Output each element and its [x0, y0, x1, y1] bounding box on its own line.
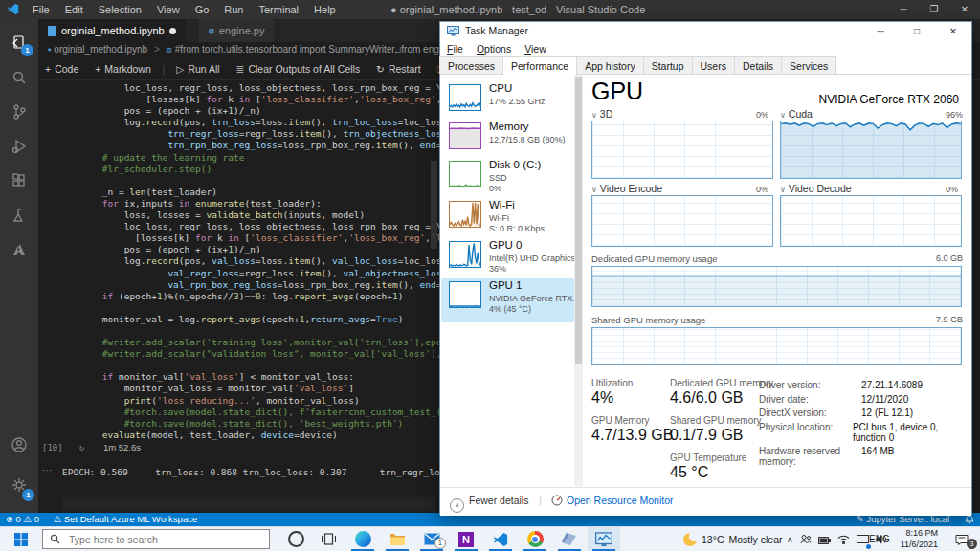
tm-tab-processes[interactable]: Processes [439, 56, 503, 74]
teams-icon[interactable] [800, 531, 812, 548]
tm-menu-options[interactable]: Options [470, 41, 518, 56]
taskbar-chrome-icon[interactable] [519, 527, 551, 551]
task-view-icon[interactable] [312, 527, 345, 551]
output-overflow-ellipsis[interactable]: ··· [42, 465, 52, 475]
taskbar-task-manager-icon[interactable] [588, 527, 620, 551]
search-icon[interactable] [0, 61, 38, 94]
tm-tab-details[interactable]: Details [734, 56, 782, 74]
taskbar-onenote-icon[interactable]: N [450, 527, 482, 551]
problems-indicator[interactable]: ⊗ 0 ⚠ 0 [0, 513, 45, 526]
tm-tab-startup[interactable]: Startup [643, 56, 693, 74]
tm-sidebar-item-subtitle: Wi-FiS: 0 R: 0 Kbps [489, 213, 545, 233]
settings-gear-icon[interactable]: 1 [0, 469, 38, 501]
tm-sidebar-item-cpu[interactable]: CPU17% 2.55 GHz [441, 81, 574, 120]
tm-performance-sidebar: CPU17% 2.55 GHzMemory12.7/15.8 GB (80%)D… [441, 75, 574, 486]
next-cell-partial[interactable] [62, 497, 435, 511]
battery-icon[interactable] [818, 531, 831, 548]
start-button[interactable] [0, 527, 42, 551]
language-indicator[interactable]: ENG [869, 527, 890, 551]
add-markdown-button[interactable]: +Markdown [88, 57, 158, 80]
taskbar-weather[interactable]: 13°C Mostly clear [683, 527, 782, 551]
chart-video-encode-label[interactable]: ∨Video Encode [591, 183, 662, 194]
tm-sidebar-scrollbar[interactable] [574, 75, 583, 486]
extensions-icon[interactable] [0, 165, 38, 197]
code-line: if (epoch+1)%(n_epochs//3)==0: log.repor… [58, 291, 480, 302]
chart-video-decode-label[interactable]: ∨Video Decode [780, 183, 852, 194]
azure-workspace-item[interactable]: ⚠ Set Default Azure ML Workspace [48, 513, 204, 526]
tm-tab-app-history[interactable]: App history [576, 56, 644, 74]
taskbar-edge-icon[interactable] [346, 527, 379, 551]
gpu-stat: Utilization4% [591, 378, 673, 407]
breadcrumb-file[interactable]: orginial_method.ipynb [54, 44, 147, 55]
menu-edit[interactable]: Edit [57, 0, 91, 19]
tm-menu-file[interactable]: File [440, 41, 470, 56]
cortana-icon[interactable] [279, 527, 312, 551]
tm-maximize-button[interactable]: □ [899, 22, 935, 41]
taskbar-clock[interactable]: 8:16 PM 11/6/2021 [892, 528, 938, 550]
menu-selection[interactable]: Selection [91, 0, 149, 19]
gpu-stat-label: Utilization [591, 378, 673, 388]
restart-button[interactable]: ↻Restart [369, 57, 428, 80]
vscode-close-button[interactable]: ✕ [949, 0, 980, 19]
vscode-restore-button[interactable]: ❐ [919, 0, 949, 19]
notification-center-button[interactable]: 3 [946, 527, 978, 551]
tm-close-button[interactable]: ✕ [935, 22, 971, 41]
tab-engine[interactable]: ⧇ engine.py [199, 19, 274, 42]
tm-menu-view[interactable]: View [518, 41, 553, 56]
screen: FileEditSelectionViewGoRunTerminalHelp ●… [0, 0, 980, 551]
editor-scrollbar[interactable] [431, 161, 437, 249]
display-cast-icon[interactable] [857, 531, 869, 548]
account-icon[interactable] [0, 429, 38, 461]
memory-mini-chart [449, 122, 481, 149]
moon-icon [683, 533, 697, 546]
search-input[interactable] [67, 533, 243, 546]
tm-titlebar[interactable]: Task Manager ─ □ ✕ [440, 22, 971, 41]
taskbar-explorer-icon[interactable] [381, 527, 413, 551]
code-line [58, 325, 480, 337]
wifi-icon[interactable] [837, 531, 850, 548]
menu-run[interactable]: Run [216, 0, 251, 19]
tm-sidebar-item-gpu0[interactable]: GPU 0Intel(R) UHD Graphics36% [441, 238, 574, 276]
menu-terminal[interactable]: Terminal [252, 0, 307, 19]
tm-tab-performance[interactable]: Performance [502, 56, 577, 75]
run-all-button[interactable]: ▷Run All [169, 57, 226, 80]
execution-status-icon: ↻ [79, 443, 84, 452]
taskbar-vscode-icon[interactable] [484, 527, 517, 551]
breadcrumb-python-icon: ⧇ [167, 44, 172, 55]
add-code-button[interactable]: +Code [38, 57, 85, 80]
chart-cuda-label[interactable]: ∨Cuda [780, 108, 813, 120]
menu-file[interactable]: File [25, 0, 57, 19]
cell-execution-info: [10] ↻ 1m 52.6s [42, 442, 141, 452]
taskbar-notes-icon[interactable] [553, 527, 586, 551]
menu-go[interactable]: Go [188, 0, 217, 19]
source-control-icon[interactable] [0, 96, 38, 128]
tm-sidebar-item-disk0[interactable]: Disk 0 (C:)SSD0% [441, 158, 574, 196]
testing-icon[interactable] [0, 199, 38, 231]
open-resource-monitor-link[interactable]: Open Resource Monitor [551, 495, 673, 506]
gpu-info-row: Physical location:PCI bus 1, device 0, f… [759, 422, 971, 443]
tm-sidebar-item-gpu1[interactable]: GPU 1NVIDIA GeForce RTX...4% (45 °C) [441, 278, 574, 322]
tm-minimize-button[interactable]: ─ [862, 22, 899, 41]
tray-expand-icon[interactable]: ∧ [787, 535, 793, 544]
taskbar-search[interactable] [42, 529, 270, 549]
vscode-minimize-button[interactable]: ─ [888, 0, 919, 19]
tm-tab-users[interactable]: Users [692, 56, 735, 74]
chart-3d-label[interactable]: ∨3D [591, 108, 612, 120]
explorer-badge: 1 [21, 44, 33, 56]
code-cell[interactable]: loc_loss, regr_loss, loss_objectness, lo… [58, 82, 480, 441]
tm-sidebar-item-title: Wi-Fi [489, 199, 515, 210]
tab-notebook[interactable]: orginial_method.ipynb [38, 19, 186, 42]
menu-help[interactable]: Help [306, 0, 344, 19]
tm-sidebar-item-memory[interactable]: Memory12.7/15.8 GB (80%) [441, 120, 574, 158]
shared-memory-label: Shared GPU memory usage [591, 315, 705, 325]
fewer-details-button[interactable]: ∧Fewer details [450, 495, 528, 513]
clear-outputs-button[interactable]: ≣Clear Outputs of All Cells [230, 57, 368, 80]
tm-sidebar-item-wifi[interactable]: Wi-FiWi-FiS: 0 R: 0 Kbps [441, 198, 574, 236]
run-debug-icon[interactable] [0, 130, 38, 163]
azure-icon[interactable] [0, 233, 38, 266]
explorer-icon[interactable]: 1 [0, 27, 38, 59]
tm-tab-services[interactable]: Services [781, 56, 836, 74]
menu-view[interactable]: View [149, 0, 188, 19]
unsaved-dot-icon[interactable] [169, 28, 176, 34]
taskbar-mail-icon[interactable]: 1 [415, 527, 448, 551]
